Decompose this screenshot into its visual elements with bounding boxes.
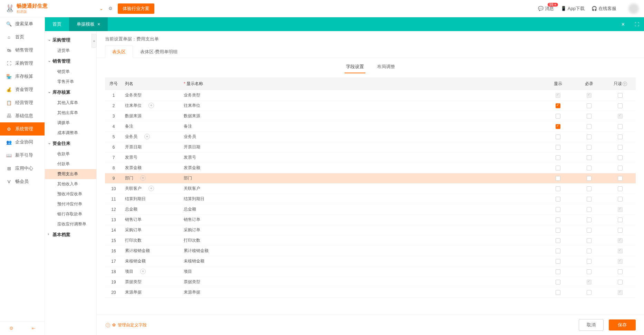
tree-group-基本档案[interactable]: 基本档案 <box>45 229 96 240</box>
checkbox[interactable] <box>587 124 592 129</box>
checkbox[interactable] <box>587 145 592 150</box>
checkbox[interactable] <box>587 197 592 202</box>
tree-item[interactable]: 收款单 <box>45 149 96 159</box>
checkbox[interactable] <box>618 145 623 150</box>
checkbox[interactable] <box>556 238 560 243</box>
nav-sales[interactable]: 🛍销售管理 <box>0 44 45 57</box>
nav-collab[interactable]: 👥企业协同 <box>0 136 45 149</box>
nav-guide[interactable]: 📖新手引导 <box>0 149 45 162</box>
checkbox[interactable] <box>556 145 560 150</box>
checkbox[interactable] <box>556 197 560 202</box>
cell-dispname[interactable]: 发票号 <box>181 152 542 163</box>
gear-icon[interactable]: ⚙ <box>108 6 113 11</box>
online-service-button[interactable]: 🎧 在线客服 <box>592 6 616 12</box>
checkbox[interactable] <box>587 280 592 285</box>
table-row[interactable]: 7 发票号 发票号 <box>105 152 636 163</box>
checkbox[interactable] <box>556 217 560 222</box>
table-row[interactable]: 6 开票日期 开票日期 <box>105 142 636 152</box>
checkbox[interactable] <box>556 280 560 285</box>
experience-button[interactable]: 体验行业方案 <box>118 3 154 14</box>
checkbox[interactable] <box>618 103 623 108</box>
cell-dispname[interactable]: 来源单据 <box>181 287 542 298</box>
checkbox[interactable] <box>587 259 592 264</box>
tree-group-采购管理[interactable]: 采购管理 <box>45 35 96 46</box>
checkbox[interactable] <box>556 228 560 233</box>
cell-dispname[interactable]: 票据类型 <box>181 277 542 287</box>
tree-item[interactable]: 成本调整单 <box>45 128 96 138</box>
checkbox[interactable] <box>587 155 592 160</box>
plus-icon[interactable]: + <box>144 134 150 139</box>
checkbox[interactable] <box>618 249 623 253</box>
table-row[interactable]: 15 打印次数 打印次数 <box>105 235 636 246</box>
fullscreen-icon[interactable]: ⛶ <box>630 22 644 27</box>
cell-dispname[interactable]: 未核销金额 <box>181 256 542 267</box>
tab-单据模板[interactable]: 单据模板× <box>69 17 108 31</box>
cell-dispname[interactable]: 开票日期 <box>181 142 542 152</box>
plus-icon[interactable]: + <box>148 186 154 191</box>
checkbox[interactable] <box>587 186 592 191</box>
checkbox[interactable] <box>587 207 592 212</box>
tree-item[interactable]: 银行存取款单 <box>45 209 96 219</box>
user-avatar[interactable] <box>628 3 639 14</box>
cell-dispname[interactable]: 采购订单 <box>181 225 542 235</box>
nav-search[interactable]: 🔍搜索菜单 <box>0 17 45 30</box>
checkbox[interactable] <box>618 186 623 191</box>
checkbox[interactable] <box>618 207 623 212</box>
table-row[interactable]: 18 项目+ 项目 <box>105 267 636 277</box>
tree-item[interactable]: 其他入库单 <box>45 98 96 108</box>
messages-button[interactable]: 💬 消息 99 + <box>538 6 554 12</box>
table-row[interactable]: 4 备注 备注 <box>105 121 636 132</box>
app-download-button[interactable]: 📱 App下载 <box>561 6 585 12</box>
cell-dispname[interactable]: 部门 <box>181 173 542 184</box>
checkbox[interactable] <box>587 93 592 98</box>
tree-item[interactable]: 零售开单 <box>45 77 96 87</box>
table-row[interactable]: 5 业务员+ 业务员 <box>105 132 636 142</box>
checkbox[interactable] <box>618 238 623 243</box>
checkbox[interactable] <box>587 238 592 243</box>
checkbox[interactable] <box>587 269 592 274</box>
checkbox[interactable] <box>587 217 592 222</box>
tree-item[interactable]: 进货单 <box>45 46 96 56</box>
cancel-button[interactable]: 取消 <box>579 319 604 331</box>
nav-member[interactable]: V畅会员 <box>0 175 45 188</box>
cell-dispname[interactable]: 发票金额 <box>181 163 542 173</box>
cell-dispname[interactable]: 备注 <box>181 121 542 132</box>
checkbox[interactable] <box>587 228 592 233</box>
checkbox[interactable] <box>556 290 560 295</box>
manage-custom-fields-link[interactable]: 管理自定义字段 <box>118 322 147 328</box>
checkbox[interactable] <box>587 290 592 295</box>
cell-dispname[interactable]: 往来单位 <box>181 101 542 111</box>
region-tab[interactable]: 表体区-费用单明细 <box>133 46 185 58</box>
checkbox[interactable] <box>556 134 560 139</box>
checkbox[interactable] <box>618 269 623 274</box>
nav-system[interactable]: ⚙系统管理 <box>0 122 45 136</box>
cell-dispname[interactable]: 关联客户 <box>181 184 542 194</box>
table-row[interactable]: 17 未核销金额 未核销金额 <box>105 256 636 267</box>
checkbox[interactable] <box>618 290 623 295</box>
checkbox[interactable] <box>587 114 592 119</box>
nav-basic[interactable]: 品基础信息 <box>0 109 45 122</box>
save-button[interactable]: 保存 <box>609 319 636 331</box>
checkbox[interactable] <box>618 259 623 264</box>
cell-dispname[interactable]: 累计核销金额 <box>181 246 542 256</box>
checkbox[interactable] <box>556 93 560 98</box>
table-row[interactable]: 12 总金额 总金额 <box>105 204 636 215</box>
tree-item[interactable]: 预付冲应付单 <box>45 199 96 209</box>
nav-operation[interactable]: 📋经营管理 <box>0 96 45 109</box>
table-row[interactable]: 8 发票金额 发票金额 <box>105 163 636 173</box>
checkbox[interactable] <box>556 114 560 119</box>
checkbox[interactable] <box>556 155 560 160</box>
tree-item[interactable]: 销货单 <box>45 67 96 77</box>
checkbox[interactable] <box>618 197 623 202</box>
tab-首页[interactable]: 首页 <box>45 17 69 31</box>
checkbox[interactable] <box>618 155 623 160</box>
org-selector[interactable]: ⌄ <box>58 6 103 11</box>
cell-dispname[interactable]: 项目 <box>181 267 542 277</box>
checkbox[interactable] <box>556 166 560 170</box>
table-row[interactable]: 1 业务类型 业务类型 <box>105 90 636 101</box>
region-tab[interactable]: 表头区 <box>105 46 133 58</box>
checkbox[interactable] <box>556 207 560 212</box>
nav-purchase[interactable]: ⛶采购管理 <box>0 57 45 70</box>
collapse-sidebar-icon[interactable]: ⇤ <box>32 326 36 331</box>
table-row[interactable]: 2 往来单位+ 往来单位 <box>105 101 636 111</box>
